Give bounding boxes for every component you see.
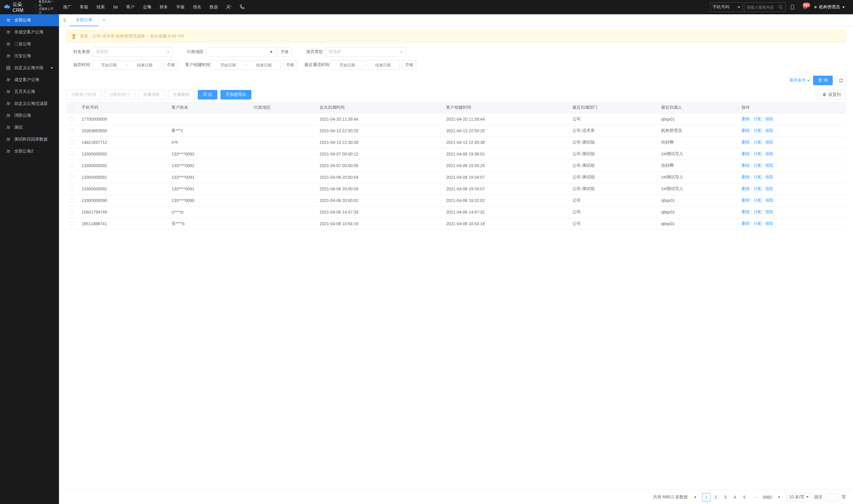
user-name: 机构管理员 (819, 4, 840, 10)
chevron-down-icon (738, 6, 740, 8)
status-dot-icon (814, 6, 817, 8)
search-box (744, 2, 786, 12)
tab-list-toggle[interactable] (59, 14, 70, 15)
search-icon[interactable] (778, 5, 783, 10)
cloud-icon (4, 4, 11, 10)
app-header: 云朵CRM 教育机构一站 式服务云平台 推广客服线索IM客户公海财务学服报名数据… (0, 0, 853, 14)
search-input[interactable] (747, 5, 778, 10)
top-nav-item[interactable]: 客服 (76, 0, 92, 14)
tab-all-public-sea[interactable]: 全部公海 (70, 14, 98, 15)
top-nav-item[interactable]: 公海 (139, 0, 156, 14)
logo[interactable]: 云朵CRM 教育机构一站 式服务云平台 (0, 0, 59, 14)
top-nav-item[interactable]: 报名 (189, 0, 205, 14)
phone-icon[interactable] (235, 4, 248, 10)
header-right: 手机号码 99+ 机构管理员 (710, 0, 853, 14)
top-nav-item[interactable]: 学服 (172, 0, 189, 14)
user-menu[interactable]: 机构管理员 (812, 4, 847, 10)
top-nav-item[interactable]: IM (109, 0, 122, 14)
top-nav-item[interactable]: 财务 (156, 0, 172, 14)
chevron-down-icon (842, 6, 845, 8)
svg-point-0 (227, 5, 229, 7)
mobile-icon[interactable] (787, 4, 798, 10)
add-user-icon[interactable] (222, 4, 235, 10)
top-nav-item[interactable]: 客户 (122, 0, 139, 14)
top-nav-item[interactable]: 推广 (59, 0, 76, 14)
logo-text: 云朵CRM (13, 1, 31, 13)
search-type-select[interactable]: 手机号码 (710, 2, 743, 12)
top-nav-item[interactable]: 线索 (92, 0, 109, 14)
notification-badge: 99+ (803, 3, 810, 7)
top-nav-item[interactable]: 数据 (205, 0, 222, 14)
notification-icon[interactable]: 99+ (799, 4, 811, 10)
top-nav: 推广客服线索IM客户公海财务学服报名数据 (59, 0, 222, 14)
svg-point-1 (779, 5, 781, 8)
